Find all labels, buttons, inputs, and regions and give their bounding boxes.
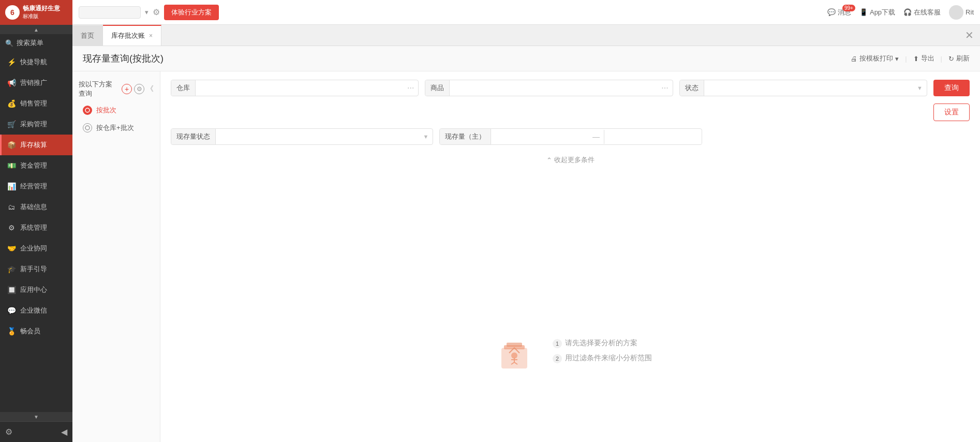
nav-icon-kucun: 📦 <box>7 140 16 150</box>
inventory-status-field: 现存量状态 ▼ <box>171 128 433 145</box>
empty-state: 1 请先选择要分析的方案 2 用过滤条件来缩小分析范围 <box>160 265 980 442</box>
warehouse-input[interactable] <box>196 81 403 95</box>
online-service-label: 在线客服 <box>914 8 941 17</box>
sidebar-item-qiyeweixin[interactable]: 💬 企业微信 <box>0 300 72 321</box>
filter-sidebar-btns: + ⚙ 《 <box>122 84 154 94</box>
print-chevron-icon[interactable]: ▾ <box>895 55 899 63</box>
query-btn[interactable]: 查询 <box>933 80 970 96</box>
messages-btn[interactable]: 💬 消息 99+ <box>827 8 851 17</box>
filter-item-label-pici-cangku: 按仓库+批次 <box>96 123 134 132</box>
nav-label-kuaijie: 快捷导航 <box>20 57 47 67</box>
separator-1: | <box>905 55 907 63</box>
inventory-status-select[interactable]: ▼ <box>216 130 433 143</box>
separator-2: | <box>941 55 942 63</box>
page-title: 现存量查询(按批次) <box>83 52 164 65</box>
filter-settings-btn[interactable]: ⚙ <box>134 84 144 94</box>
trial-btn[interactable]: 体验行业方案 <box>164 5 219 20</box>
sidebar-item-kucun[interactable]: 📦 库存核算 <box>0 135 72 155</box>
status-select[interactable]: ▼ <box>704 82 927 94</box>
filter-item-pici[interactable]: 按批次 <box>72 101 160 119</box>
export-btn[interactable]: ⬆ 导出 <box>913 54 934 63</box>
topbar-chevron-icon[interactable]: ▾ <box>145 8 149 16</box>
topbar-left: ▾ ⚙ 体验行业方案 <box>79 5 823 20</box>
sidebar-item-xiaoshou[interactable]: 💰 销售管理 <box>0 93 72 114</box>
print-btn[interactable]: 🖨 按模板打印 ▾ <box>851 54 899 63</box>
empty-step2: 2 用过滤条件来缩小分析范围 <box>553 353 652 363</box>
filter-sidebar-title: 按以下方案查询 <box>79 80 117 98</box>
filter-sidebar-collapse-btn[interactable]: 《 <box>146 84 154 94</box>
settings-btn[interactable]: 设置 <box>933 104 970 121</box>
sidebar-item-changhui[interactable]: 🏅 畅会员 <box>0 321 72 342</box>
sidebar-item-kuaijie[interactable]: ⚡ 快捷导航 <box>0 52 72 72</box>
page-header-actions: 🖨 按模板打印 ▾ | ⬆ 导出 | ↻ 刷新 <box>851 54 970 63</box>
tab-kucun-pici[interactable]: 库存批次账 × <box>103 25 161 46</box>
nav-icon-qiye: 🤝 <box>7 244 16 253</box>
nav-icon-yingxiao: 📢 <box>7 78 16 87</box>
page-close-btn[interactable]: ✕ <box>965 30 974 40</box>
filter-item-pici-cangku[interactable]: 按仓库+批次 <box>72 119 160 137</box>
product-input[interactable] <box>450 81 657 95</box>
sidebar: 6 畅康通好生意 标准版 ▲ 🔍 搜索菜单 ⚡ 快捷导航 📢 营销推广 💰 销售… <box>0 0 72 442</box>
main-filter-wrapper: 仓库 ··· 商品 ··· 状态 <box>160 71 980 442</box>
collapse-icon: ⌃ <box>546 156 552 164</box>
nav-label-kucun: 库存核算 <box>20 140 47 150</box>
filter-area: 按以下方案查询 + ⚙ 《 按批次 <box>72 71 980 442</box>
search-icon: 🔍 <box>5 39 13 47</box>
sidebar-item-qiye[interactable]: 🤝 企业协同 <box>0 238 72 259</box>
sidebar-scroll-up[interactable]: ▲ <box>0 25 72 34</box>
step-num-1: 1 <box>553 339 562 348</box>
status-label: 状态 <box>680 80 704 96</box>
stock-field: 现存量（主） — <box>439 128 702 145</box>
tab-home[interactable]: 首页 <box>72 25 103 46</box>
sidebar-item-yingxiao[interactable]: 📢 营销推广 <box>0 72 72 93</box>
nav-icon-caigou: 🛒 <box>7 120 16 129</box>
user-avatar <box>949 5 963 20</box>
collapse-sidebar-icon[interactable]: ◀ <box>61 427 67 437</box>
sidebar-item-jichu[interactable]: 🗂 基础信息 <box>0 197 72 217</box>
nav-label-jichu: 基础信息 <box>20 202 47 212</box>
stock-max-input[interactable] <box>604 130 702 144</box>
filter-sidebar-header-left: 按以下方案查询 <box>79 80 117 98</box>
product-more-btn[interactable]: ··· <box>657 80 672 96</box>
export-label: 导出 <box>921 54 934 63</box>
topbar-gear-icon[interactable]: ⚙ <box>153 7 160 17</box>
status-chevron-icon: ▼ <box>917 85 923 91</box>
nav-icon-changhui: 🏅 <box>7 327 16 336</box>
stock-min-input[interactable] <box>491 130 588 144</box>
collapse-more-btn[interactable]: ⌃ 收起更多条件 <box>171 151 970 169</box>
nav-label-jingying: 经营管理 <box>20 182 47 191</box>
topbar: ▾ ⚙ 体验行业方案 💬 消息 99+ 📱 App下载 🎧 在线客服 Rit <box>72 0 980 25</box>
sidebar-item-jingying[interactable]: 📊 经营管理 <box>0 176 72 197</box>
search-menu-label: 搜索菜单 <box>17 38 43 48</box>
company-name: 畅康通好生意 <box>23 5 60 13</box>
settings-footer-icon[interactable]: ⚙ <box>5 427 12 437</box>
step-num-2: 2 <box>553 354 562 363</box>
filter-item-label-pici: 按批次 <box>96 106 116 115</box>
sidebar-search-item[interactable]: 🔍 搜索菜单 <box>0 34 72 52</box>
sidebar-item-caigou[interactable]: 🛒 采购管理 <box>0 114 72 135</box>
sidebar-item-yingyong[interactable]: 🔲 应用中心 <box>0 279 72 300</box>
circle-outline-icon <box>85 125 90 130</box>
svg-point-0 <box>85 108 90 112</box>
sidebar-item-xinshou[interactable]: 🎓 新手引导 <box>0 259 72 279</box>
nav-label-caigou: 采购管理 <box>20 120 47 129</box>
user-avatar-area[interactable]: Rit <box>949 5 974 20</box>
refresh-btn[interactable]: ↻ 刷新 <box>948 54 970 63</box>
tab-kucun-pici-label: 库存批次账 <box>111 31 145 40</box>
inventory-status-chevron-icon: ▼ <box>423 134 428 140</box>
tab-close-icon[interactable]: × <box>149 32 153 39</box>
svg-point-1 <box>85 126 90 130</box>
filter-add-btn[interactable]: + <box>122 84 132 94</box>
sidebar-item-xitong[interactable]: ⚙ 系统管理 <box>0 217 72 238</box>
circle-icon <box>85 108 90 113</box>
content-area: 现存量查询(按批次) 🖨 按模板打印 ▾ | ⬆ 导出 | ↻ 刷新 <box>72 46 980 442</box>
refresh-label: 刷新 <box>956 54 970 63</box>
app-download-btn[interactable]: 📱 App下载 <box>859 8 895 17</box>
print-icon: 🖨 <box>851 55 857 63</box>
online-service-btn[interactable]: 🎧 在线客服 <box>903 8 941 17</box>
topbar-search-input[interactable] <box>79 6 141 19</box>
sidebar-scroll-down[interactable]: ▼ <box>0 412 72 421</box>
warehouse-more-btn[interactable]: ··· <box>403 80 418 96</box>
sidebar-item-zijin[interactable]: 💵 资金管理 <box>0 155 72 176</box>
nav-icon-qiyeweixin: 💬 <box>7 306 16 315</box>
